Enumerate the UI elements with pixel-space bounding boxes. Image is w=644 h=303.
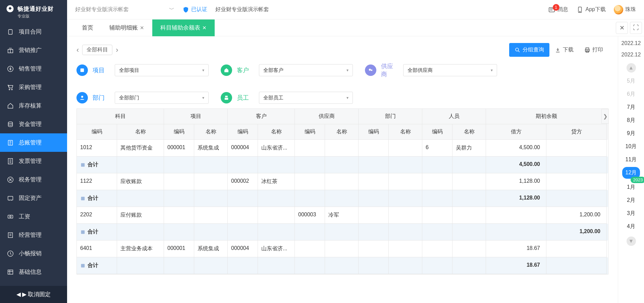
col-sub-header: 编码: [228, 124, 258, 140]
sidebar-item-label: 总账管理: [19, 139, 42, 146]
sidebar-item-asset[interactable]: 固定资产: [0, 189, 67, 207]
sum-icon: [80, 162, 86, 168]
cell: 1122: [77, 173, 117, 190]
sidebar-item-home[interactable]: 库存核算: [0, 96, 67, 115]
period-from[interactable]: 2022.12: [618, 38, 644, 49]
svg-point-11: [10, 216, 11, 217]
period-month[interactable]: 11月: [618, 154, 644, 166]
cell: [389, 207, 422, 224]
col-group-header: 供应商: [295, 109, 359, 124]
tax-icon: [7, 176, 14, 183]
period-month: 6月: [618, 88, 644, 100]
app-download-button[interactable]: App下载: [576, 6, 606, 13]
next-subject-button[interactable]: ›: [116, 46, 118, 54]
cell: 6401: [77, 241, 117, 257]
cell: [164, 207, 194, 224]
phone-icon: [576, 6, 584, 13]
tab-strip: 首页辅助明细账✕科目辅助余额表✕ ✕ ⛶: [67, 19, 644, 36]
col-sub-header: 名称: [194, 124, 228, 140]
sidebar-item-tax[interactable]: 税务管理: [0, 170, 67, 189]
search-icon: [515, 47, 521, 53]
close-icon[interactable]: ✕: [202, 25, 207, 31]
col-sub-header: 名称: [258, 124, 295, 140]
svg-rect-23: [80, 69, 84, 72]
download-label: 下载: [563, 46, 574, 53]
customer-icon: [221, 64, 232, 76]
cell: 000004: [228, 241, 258, 257]
sidebar-item-coins[interactable]: 资金管理: [0, 115, 67, 133]
print-button[interactable]: 打印: [579, 43, 608, 57]
sidebar-item-invoice[interactable]: 发票管理: [0, 152, 67, 170]
sidebar-item-salary[interactable]: 工资: [0, 207, 67, 226]
sidebar-item-clipboard[interactable]: 项目合同: [0, 23, 67, 41]
table-row: 1012其他货币资金000001系统集成000004山东省济...6吴群力4,5…: [77, 140, 608, 157]
filter-supplier-select[interactable]: 全部供应商▾: [403, 64, 497, 76]
filter-project-label: 项目: [93, 66, 110, 74]
tab[interactable]: 辅助明细账✕: [101, 19, 152, 36]
tab-label: 首页: [82, 24, 93, 32]
cell: [422, 241, 452, 257]
filter-supplier: 供应商 全部供应商▾: [365, 62, 497, 78]
work-area: ‹ 全部科目 › 分组查询 下载 打印 项目 全部项目▾ 客户 全部客户▾: [67, 36, 618, 303]
sidebar-item-money[interactable]: 销售管理: [0, 59, 67, 78]
tab[interactable]: 首页: [74, 19, 101, 36]
download-button[interactable]: 下载: [549, 43, 579, 57]
sidebar-item-label: 采购管理: [19, 83, 42, 91]
period-month[interactable]: 9月: [618, 128, 644, 139]
period-month[interactable]: 7月: [618, 101, 644, 113]
col-sub-header: 编码: [77, 124, 117, 140]
filter-project-select[interactable]: 全部项目▾: [115, 64, 209, 76]
cell: 其他货币资金: [117, 140, 164, 157]
period-to[interactable]: 2022.12: [618, 49, 644, 60]
cell: [452, 241, 486, 257]
svg-point-19: [516, 48, 519, 51]
col-sub-header: 编码: [422, 124, 452, 140]
period-month[interactable]: 1月: [618, 181, 644, 193]
sidebar-item-gift[interactable]: 营销推广: [0, 41, 67, 59]
col-sub-header: 名称: [325, 124, 359, 140]
sidebar-item-reimburse[interactable]: 小畅报销: [0, 244, 67, 263]
sidebar-item-ledger[interactable]: 总账管理: [0, 133, 67, 152]
subject-selector[interactable]: 全部科目: [82, 45, 112, 55]
filter-emp-select[interactable]: 全部员工▾: [259, 92, 353, 104]
tab[interactable]: 科目辅助余额表✕: [152, 19, 215, 36]
period-month[interactable]: 8月: [618, 115, 644, 126]
fullscreen-toggle[interactable]: ⛶: [630, 22, 642, 34]
sidebar-item-cart[interactable]: 采购管理: [0, 78, 67, 96]
period-month[interactable]: 4月: [618, 221, 644, 232]
period-up-button[interactable]: ▲: [627, 63, 636, 73]
table-scroll-right[interactable]: ❯: [601, 109, 609, 124]
user-menu[interactable]: 珠珠: [614, 5, 636, 14]
account-selector[interactable]: 好业财专业版演示帐套 ﹀: [75, 6, 174, 13]
filter-dept-select[interactable]: 全部部门▾: [115, 92, 209, 104]
tab-close-current[interactable]: ✕: [616, 22, 628, 34]
filter-emp-label: 员工: [237, 94, 254, 102]
cell: 18.67: [486, 241, 546, 257]
cell: 2202: [77, 207, 117, 224]
prev-subject-button[interactable]: ‹: [76, 46, 79, 54]
col-group-header: 项目: [164, 109, 228, 124]
cell: [359, 140, 389, 157]
filter-customer: 客户 全部客户▾: [221, 62, 353, 78]
cell: [164, 173, 194, 190]
cell: [194, 207, 228, 224]
pin-toggle[interactable]: ◀ ▶ 取消固定: [0, 286, 67, 303]
filter-emp: 员工 全部员工▾: [221, 92, 353, 104]
period-month[interactable]: 3月: [618, 208, 644, 219]
total-label: 合计: [77, 190, 117, 207]
sidebar-item-gear[interactable]: 系统管理: [0, 281, 67, 286]
close-icon[interactable]: ✕: [140, 25, 144, 31]
cell: 000003: [295, 207, 325, 224]
cell: [422, 173, 452, 190]
period-down-button[interactable]: ▼: [627, 236, 636, 246]
sidebar-item-label: 项目合同: [19, 28, 42, 36]
sidebar-item-label: 销售管理: [19, 65, 42, 73]
sidebar-item-data[interactable]: 基础信息: [0, 263, 67, 281]
period-month[interactable]: 10月: [618, 141, 644, 153]
filter-customer-select[interactable]: 全部客户▾: [259, 64, 353, 76]
sidebar-item-biz[interactable]: 经营管理: [0, 226, 67, 244]
period-month[interactable]: 2月: [618, 194, 644, 206]
messages-button[interactable]: 1 消息: [548, 6, 568, 13]
group-query-button[interactable]: 分组查询: [509, 43, 549, 57]
cell: [295, 173, 325, 190]
